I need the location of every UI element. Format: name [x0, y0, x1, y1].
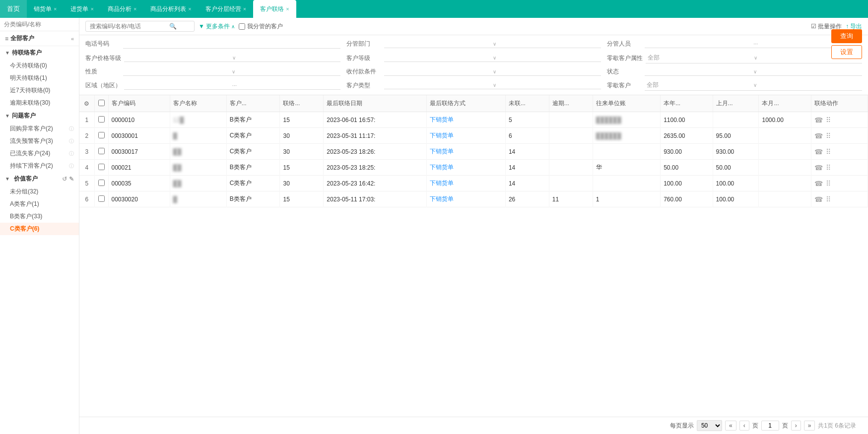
- nav-tab-customer-tier[interactable]: 客户分层经营 ×: [199, 0, 253, 18]
- query-button[interactable]: 查询: [831, 29, 862, 43]
- row-checkbox[interactable]: [98, 116, 105, 123]
- row-checkbox[interactable]: [98, 164, 105, 170]
- contact-method-link[interactable]: 下销货单: [430, 132, 454, 139]
- table-header-row: ⚙ 客户编码 客户名称 客户... 联络... 最后联络日期 最后联络方式 未联…: [79, 95, 868, 112]
- nav-tab-customer-contact[interactable]: 客户联络 ×: [253, 0, 296, 18]
- sidebar-group-problem[interactable]: ▼ 问题客户: [0, 109, 79, 123]
- edit-icon[interactable]: ✎: [69, 176, 74, 183]
- close-tab-customer-tier[interactable]: ×: [243, 6, 246, 12]
- contact-method-link[interactable]: 下销货单: [430, 195, 454, 202]
- next-btn[interactable]: ›: [791, 421, 801, 431]
- next-last-btn[interactable]: »: [804, 421, 815, 431]
- sidebar-item-declining[interactable]: 持续下滑客户(2) ⓘ: [0, 160, 79, 172]
- select-all-checkbox[interactable]: [98, 100, 105, 106]
- th-settings[interactable]: ⚙: [79, 95, 94, 112]
- filter-select-region[interactable]: ···: [124, 81, 340, 90]
- my-customers-checkbox[interactable]: [239, 23, 245, 30]
- my-customers-label[interactable]: 我分管的客户: [239, 22, 283, 31]
- phone-icon[interactable]: ☎: [814, 180, 823, 187]
- close-tab-analysis-list[interactable]: ×: [188, 6, 191, 12]
- refresh-icon[interactable]: ↺: [62, 176, 67, 183]
- grid-icon[interactable]: ⠿: [826, 148, 831, 156]
- top-navigation: 首页 销货单 × 进货单 × 商品分析 × 商品分析列表 × 客户分层经营 × …: [0, 0, 868, 18]
- filter-more-btn[interactable]: ▼ 更多条件 ∧: [199, 22, 235, 31]
- grid-icon[interactable]: ⠿: [826, 164, 831, 172]
- th-this-year: 本年...: [661, 95, 713, 112]
- sidebar-all-customers[interactable]: ≡ 全部客户 «: [0, 31, 79, 46]
- filter-select-dept[interactable]: ∨: [384, 40, 601, 48]
- sidebar-item-abnormal[interactable]: 回购异常客户(2) ⓘ: [0, 123, 79, 135]
- td-cb[interactable]: [94, 176, 108, 191]
- nav-tab-salesorder[interactable]: 销货单 ×: [27, 0, 64, 18]
- row-checkbox[interactable]: [98, 132, 105, 138]
- phone-icon[interactable]: ☎: [814, 164, 823, 172]
- phone-icon[interactable]: ☎: [814, 195, 823, 203]
- contact-method-link[interactable]: 下销货单: [430, 116, 454, 123]
- filter-select-customer-grade[interactable]: ∨: [384, 54, 601, 62]
- phone-icon[interactable]: ☎: [814, 116, 823, 124]
- sidebar-item-7days[interactable]: 近7天待联络(0): [0, 84, 79, 97]
- grid-icon[interactable]: ⠿: [826, 195, 831, 203]
- filter-select-retail-attr[interactable]: 全部 ∨: [646, 53, 862, 63]
- sidebar-item-classA[interactable]: A类客户(1): [0, 198, 79, 210]
- close-tab-analysis[interactable]: ×: [134, 6, 136, 12]
- filter-input-phone[interactable]: [123, 39, 340, 49]
- contact-method-link[interactable]: 下销货单: [430, 164, 454, 171]
- close-tab-customer-contact[interactable]: ×: [286, 6, 289, 12]
- filter-select-customer-type[interactable]: ∨: [384, 81, 601, 89]
- contact-method-link[interactable]: 下销货单: [430, 148, 454, 155]
- filter-select-price-grade[interactable]: ∨: [124, 54, 340, 62]
- search-icon[interactable]: 🔍: [169, 23, 177, 30]
- sidebar-item-warning[interactable]: 流失预警客户(3) ⓘ: [0, 135, 79, 147]
- more-icon-2[interactable]: ···: [232, 82, 338, 88]
- td-cb[interactable]: [94, 144, 108, 160]
- per-page-select[interactable]: 50 100: [697, 420, 722, 431]
- sidebar-group-value[interactable]: ▼ 价值客户 ↺ ✎: [0, 172, 79, 186]
- filter-select-status[interactable]: ∨: [645, 68, 862, 76]
- td-cb[interactable]: [94, 128, 108, 144]
- page-label-2: 页: [782, 422, 788, 430]
- sidebar-search-input[interactable]: [4, 21, 78, 28]
- nav-tab-analysis[interactable]: 商品分析 ×: [101, 0, 143, 18]
- grid-icon[interactable]: ⠿: [826, 116, 831, 124]
- info-icon-2: ⓘ: [69, 138, 74, 145]
- page-number-input[interactable]: [761, 421, 779, 431]
- search-input[interactable]: [90, 23, 169, 30]
- filter-select-nature[interactable]: ∨: [123, 68, 340, 76]
- row-checkbox[interactable]: [98, 195, 105, 202]
- close-tab-salesorder[interactable]: ×: [54, 6, 57, 12]
- td-cb[interactable]: [94, 191, 108, 207]
- filter-select-payment[interactable]: ∨: [384, 68, 601, 76]
- sidebar-item-overdue[interactable]: 逾期未联络(30): [0, 97, 79, 109]
- prev-first-btn[interactable]: «: [725, 421, 736, 431]
- filter-select-retail-customer[interactable]: 全部 ∨: [645, 80, 862, 91]
- sidebar-item-tomorrow[interactable]: 明天待联络(1): [0, 72, 79, 84]
- row-checkbox[interactable]: [98, 148, 105, 154]
- td-no-contact: 6: [505, 128, 549, 144]
- grid-icon[interactable]: ⠿: [826, 132, 831, 140]
- sidebar-item-ungroup[interactable]: 未分组(32): [0, 186, 79, 198]
- sidebar-item-lost[interactable]: 已流失客户(24) ⓘ: [0, 147, 79, 160]
- prev-btn[interactable]: ‹: [739, 421, 749, 431]
- th-checkbox[interactable]: [94, 95, 108, 112]
- row-checkbox[interactable]: [98, 180, 105, 186]
- filter-select-manager[interactable]: ···: [645, 40, 862, 48]
- sidebar-item-today[interactable]: 今天待联络(0): [0, 60, 79, 72]
- sidebar-collapse-arrow[interactable]: «: [71, 36, 74, 42]
- td-cb[interactable]: [94, 112, 108, 128]
- per-page-label: 每页显示: [670, 422, 694, 430]
- nav-tab-purchase[interactable]: 进货单 ×: [64, 0, 100, 18]
- td-cb[interactable]: [94, 160, 108, 176]
- sidebar-group-pending[interactable]: ▼ 待联络客户: [0, 46, 79, 60]
- filter-row-nature: 性质 ∨: [85, 67, 340, 76]
- grid-icon[interactable]: ⠿: [826, 180, 831, 187]
- contact-method-link[interactable]: 下销货单: [430, 180, 454, 186]
- nav-tab-analysis-list[interactable]: 商品分析列表 ×: [143, 0, 198, 18]
- phone-icon[interactable]: ☎: [814, 132, 823, 140]
- sidebar-item-classC[interactable]: C类客户(6): [0, 223, 79, 235]
- nav-home[interactable]: 首页: [0, 0, 27, 18]
- close-tab-purchase[interactable]: ×: [90, 6, 93, 12]
- sidebar-item-classB[interactable]: B类客户(33): [0, 210, 79, 223]
- setting-button[interactable]: 设置: [831, 45, 862, 59]
- phone-icon[interactable]: ☎: [814, 148, 823, 156]
